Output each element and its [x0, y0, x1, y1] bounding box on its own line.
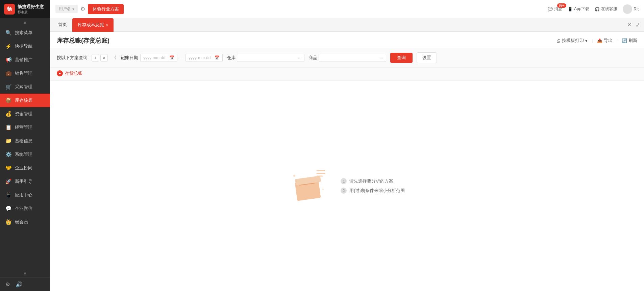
- sidebar-item-basic[interactable]: 📁 基础信息: [0, 134, 50, 148]
- empty-illustration: [289, 166, 330, 206]
- audio-icon[interactable]: 🔊: [16, 281, 22, 288]
- empty-info: 1 请先选择要分析的方案 2 用[过滤]条件来缩小分析范围: [341, 178, 404, 194]
- query-button[interactable]: 查询: [390, 53, 413, 63]
- filter-delete-button[interactable]: ×: [100, 54, 108, 62]
- message-btn[interactable]: 💬 消息 99+: [548, 6, 562, 12]
- money-icon: 💰: [5, 111, 11, 117]
- print-btn[interactable]: 🖨 按模板打印 ▾: [556, 38, 588, 44]
- sidebar-item-label: 库存核算: [15, 97, 32, 103]
- scheme-label: 存货总账: [65, 70, 82, 76]
- mobile-icon: 📱: [5, 192, 11, 198]
- content-area: 库存总账(存货总账) 🖨 按模板打印 ▾ | 📤 导出 | 🔄 刷新: [50, 32, 644, 291]
- headset-icon: 🎧: [595, 7, 600, 11]
- filter-date-to[interactable]: yyyy-mm-dd 📅: [185, 54, 223, 62]
- svg-point-6: [293, 175, 295, 177]
- export-btn[interactable]: 📤 导出: [597, 38, 613, 44]
- print-dropdown-icon: ▾: [585, 38, 588, 43]
- settings-button[interactable]: 设置: [417, 52, 437, 63]
- main-area: 用户名 ▾ ⚙ 体验行业方案 💬 消息 99+ 📱 App下载 🎧 在线客服: [50, 0, 644, 291]
- sidebar-scroll-up[interactable]: ▲: [0, 18, 50, 26]
- page-title: 库存总账(存货总账): [57, 37, 109, 45]
- sidebar-item-purchase[interactable]: 🛒 采购管理: [0, 80, 50, 94]
- filter-warehouse-input[interactable]: ···: [237, 54, 304, 62]
- user-label: 用户名: [59, 6, 71, 12]
- tab-home[interactable]: 首页: [53, 18, 72, 32]
- avatar: [623, 4, 632, 14]
- export-icon: 📤: [597, 38, 602, 43]
- sidebar-item-label: 快捷导航: [15, 43, 32, 49]
- sidebar-item-shortcut[interactable]: ⚡ 快捷导航: [0, 40, 50, 53]
- gear-icon: ⚙️: [5, 151, 11, 157]
- tab-resize-action-icon[interactable]: ⤢: [634, 20, 641, 29]
- topbar-user-selector[interactable]: 用户名 ▾: [55, 5, 78, 13]
- industry-btn[interactable]: 体验行业方案: [88, 4, 124, 14]
- sidebar-item-label: 基础信息: [15, 138, 32, 144]
- sidebar-item-inventory[interactable]: 📦 库存核算: [0, 94, 50, 107]
- sidebar-header: 畅 畅捷通好生意 标准版: [0, 0, 50, 18]
- app-download-label: App下载: [574, 6, 589, 12]
- filter-scheme-item[interactable]: ● 存货总账: [57, 70, 82, 76]
- tab-inventory-ledger[interactable]: 库存成本总账 ×: [72, 18, 114, 32]
- sidebar-scroll-down[interactable]: ▼: [0, 270, 50, 277]
- sidebar-item-system[interactable]: ⚙️ 系统管理: [0, 148, 50, 161]
- tabs-bar: 首页 库存成本总账 × ✕ ⤢: [50, 18, 644, 32]
- filter-date-from[interactable]: yyyy-mm-dd 📅: [140, 54, 177, 62]
- sidebar-nav: 🔍 搜索菜单 ⚡ 快捷导航 📢 营销推广 💼 销售管理 🛒 采购管理 📦 库存核…: [0, 26, 50, 270]
- clipboard-icon: 📋: [5, 124, 11, 130]
- sidebar-item-apps[interactable]: 📱 应用中心: [0, 188, 50, 202]
- sidebar-item-wechat[interactable]: 💬 企业微信: [0, 202, 50, 215]
- sidebar-item-newbie[interactable]: 🚀 新手引导: [0, 175, 50, 188]
- page-actions: 🖨 按模板打印 ▾ | 📤 导出 | 🔄 刷新: [556, 38, 637, 44]
- tab-home-label: 首页: [58, 22, 67, 28]
- topbar: 用户名 ▾ ⚙ 体验行业方案 💬 消息 99+ 📱 App下载 🎧 在线客服: [50, 0, 644, 18]
- folder-icon: 📁: [5, 138, 11, 144]
- megaphone-icon: 📢: [5, 57, 11, 63]
- sidebar-item-operation[interactable]: 📋 经营管理: [0, 121, 50, 134]
- filter-warehouse-group: 仓库 ···: [227, 54, 304, 62]
- refresh-label: 刷新: [628, 38, 637, 44]
- printer-icon: 🖨: [556, 38, 561, 43]
- user-avatar-area[interactable]: Rit: [623, 4, 639, 14]
- sidebar-item-sales[interactable]: 💼 销售管理: [0, 67, 50, 80]
- settings-footer-icon[interactable]: ⚙: [5, 281, 10, 288]
- sidebar-item-label: 资金管理: [15, 111, 32, 117]
- tab-active-label: 库存成本总账: [78, 22, 104, 28]
- sidebar-item-finance[interactable]: 💰 资金管理: [0, 107, 50, 121]
- app-download-btn[interactable]: 📱 App下载: [568, 6, 589, 12]
- crown-icon: 👑: [5, 219, 11, 225]
- search-icon: 🔍: [5, 30, 11, 36]
- refresh-btn[interactable]: 🔄 刷新: [622, 38, 637, 44]
- tab-close-icon[interactable]: ×: [106, 23, 108, 27]
- rocket-icon: 🚀: [5, 178, 11, 185]
- filter-collapse-icon[interactable]: 《: [112, 55, 117, 61]
- print-label: 按模板打印: [562, 38, 584, 44]
- sidebar-item-marketing[interactable]: 📢 营销推广: [0, 53, 50, 67]
- tab-close-action-icon[interactable]: ✕: [626, 20, 633, 29]
- sidebar-item-enterprise[interactable]: 🤝 企业协同: [0, 161, 50, 175]
- sidebar-item-member[interactable]: 👑 畅会员: [0, 215, 50, 229]
- filter-add-button[interactable]: +: [92, 54, 99, 62]
- sidebar-item-label: 新手引导: [15, 178, 32, 185]
- chat-icon: 💬: [5, 205, 11, 212]
- topbar-gear-icon[interactable]: ⚙: [80, 6, 85, 12]
- app-logo: 畅: [4, 4, 15, 15]
- calendar-from-icon: 📅: [169, 55, 174, 60]
- empty-state: 1 请先选择要分析的方案 2 用[过滤]条件来缩小分析范围: [50, 81, 644, 291]
- filter-date-group: 记账日期 yyyy-mm-dd 📅 — yyyy-mm-dd 📅: [121, 54, 223, 62]
- filter-bar: 按以下方案查询 + × 《 记账日期 yyyy-mm-dd 📅 — yyyy-m…: [50, 48, 644, 68]
- sidebar-item-label: 企业协同: [15, 165, 32, 171]
- empty-hint-1: 1 请先选择要分析的方案: [341, 178, 404, 184]
- refresh-icon: 🔄: [622, 38, 627, 43]
- sidebar-item-label: 经营管理: [15, 124, 32, 130]
- online-service-btn[interactable]: 🎧 在线客服: [595, 6, 617, 12]
- warehouse-more-icon: ···: [298, 55, 301, 60]
- filter-goods-input[interactable]: ···: [319, 54, 386, 62]
- sidebar-item-label: 畅会员: [15, 219, 28, 225]
- sidebar-item-label: 搜索菜单: [15, 30, 32, 36]
- hint-text-1: 请先选择要分析的方案: [349, 178, 393, 184]
- message-icon: 💬: [548, 7, 553, 11]
- online-service-label: 在线客服: [601, 6, 617, 12]
- sidebar-item-search[interactable]: 🔍 搜索菜单: [0, 26, 50, 40]
- date-from-placeholder: yyyy-mm-dd: [143, 55, 165, 60]
- scheme-dot-icon: ●: [57, 70, 63, 76]
